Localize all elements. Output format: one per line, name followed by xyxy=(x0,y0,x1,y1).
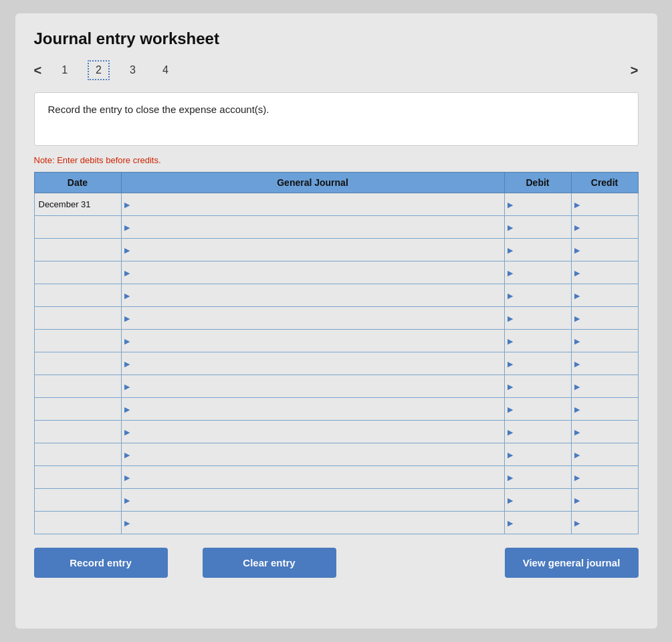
journal-input-1[interactable] xyxy=(122,223,504,233)
journal-cell-6[interactable]: ▶ xyxy=(121,330,504,352)
journal-input-5[interactable] xyxy=(122,314,504,324)
tab-3[interactable]: 3 xyxy=(123,62,142,79)
journal-input-7[interactable] xyxy=(122,359,504,369)
credit-input-2[interactable] xyxy=(572,245,638,255)
date-cell-0[interactable]: December 31 xyxy=(34,193,121,216)
date-cell-7[interactable] xyxy=(34,352,121,375)
date-cell-10[interactable] xyxy=(34,421,121,443)
date-cell-2[interactable] xyxy=(34,239,121,261)
journal-cell-13[interactable]: ▶ xyxy=(121,489,504,512)
debit-input-14[interactable] xyxy=(505,518,571,528)
journal-input-0[interactable] xyxy=(122,200,504,210)
date-cell-4[interactable] xyxy=(34,284,121,307)
date-cell-6[interactable] xyxy=(34,330,121,352)
credit-cell-7[interactable]: ▶ xyxy=(571,352,638,375)
view-general-journal-button[interactable]: View general journal xyxy=(505,548,639,578)
journal-input-13[interactable] xyxy=(122,496,504,506)
credit-cell-10[interactable]: ▶ xyxy=(571,421,638,443)
journal-cell-7[interactable]: ▶ xyxy=(121,352,504,375)
credit-cell-11[interactable]: ▶ xyxy=(571,443,638,466)
credit-cell-0[interactable]: ▶ xyxy=(571,193,638,216)
credit-cell-2[interactable]: ▶ xyxy=(571,239,638,261)
debit-input-3[interactable] xyxy=(505,268,571,278)
debit-cell-2[interactable]: ▶ xyxy=(504,239,571,261)
credit-cell-13[interactable]: ▶ xyxy=(571,489,638,512)
debit-cell-8[interactable]: ▶ xyxy=(504,375,571,398)
tab-2[interactable]: 2 xyxy=(88,60,110,80)
credit-input-1[interactable] xyxy=(572,223,638,233)
credit-input-9[interactable] xyxy=(572,405,638,415)
date-cell-3[interactable] xyxy=(34,261,121,284)
debit-input-12[interactable] xyxy=(505,473,571,483)
date-cell-14[interactable] xyxy=(34,512,121,534)
credit-input-5[interactable] xyxy=(572,314,638,324)
credit-input-6[interactable] xyxy=(572,336,638,346)
journal-cell-0[interactable]: ▶ xyxy=(121,193,504,216)
journal-cell-10[interactable]: ▶ xyxy=(121,421,504,443)
journal-input-2[interactable] xyxy=(122,245,504,255)
clear-entry-button[interactable]: Clear entry xyxy=(203,548,336,578)
debit-cell-4[interactable]: ▶ xyxy=(504,284,571,307)
debit-input-9[interactable] xyxy=(505,405,571,415)
debit-input-6[interactable] xyxy=(505,336,571,346)
debit-cell-13[interactable]: ▶ xyxy=(504,489,571,512)
record-entry-button[interactable]: Record entry xyxy=(34,548,168,578)
prev-arrow[interactable]: < xyxy=(34,63,42,78)
journal-cell-14[interactable]: ▶ xyxy=(121,512,504,534)
journal-cell-8[interactable]: ▶ xyxy=(121,375,504,398)
credit-cell-3[interactable]: ▶ xyxy=(571,261,638,284)
credit-input-4[interactable] xyxy=(572,291,638,301)
credit-input-12[interactable] xyxy=(572,473,638,483)
journal-input-4[interactable] xyxy=(122,291,504,301)
credit-input-11[interactable] xyxy=(572,450,638,460)
credit-cell-9[interactable]: ▶ xyxy=(571,398,638,421)
debit-cell-12[interactable]: ▶ xyxy=(504,466,571,489)
credit-cell-1[interactable]: ▶ xyxy=(571,216,638,239)
debit-cell-6[interactable]: ▶ xyxy=(504,330,571,352)
credit-input-8[interactable] xyxy=(572,382,638,392)
journal-input-11[interactable] xyxy=(122,450,504,460)
date-cell-1[interactable] xyxy=(34,216,121,239)
next-arrow[interactable]: > xyxy=(631,63,639,78)
debit-cell-5[interactable]: ▶ xyxy=(504,307,571,330)
journal-input-10[interactable] xyxy=(122,427,504,437)
journal-input-8[interactable] xyxy=(122,382,504,392)
debit-input-11[interactable] xyxy=(505,450,571,460)
debit-input-1[interactable] xyxy=(505,223,571,233)
journal-cell-4[interactable]: ▶ xyxy=(121,284,504,307)
debit-cell-7[interactable]: ▶ xyxy=(504,352,571,375)
journal-cell-12[interactable]: ▶ xyxy=(121,466,504,489)
debit-cell-3[interactable]: ▶ xyxy=(504,261,571,284)
debit-input-4[interactable] xyxy=(505,291,571,301)
credit-cell-6[interactable]: ▶ xyxy=(571,330,638,352)
journal-input-9[interactable] xyxy=(122,405,504,415)
journal-input-3[interactable] xyxy=(122,268,504,278)
date-cell-13[interactable] xyxy=(34,489,121,512)
debit-input-10[interactable] xyxy=(505,427,571,437)
credit-input-3[interactable] xyxy=(572,268,638,278)
credit-cell-5[interactable]: ▶ xyxy=(571,307,638,330)
credit-cell-4[interactable]: ▶ xyxy=(571,284,638,307)
journal-input-12[interactable] xyxy=(122,473,504,483)
date-cell-9[interactable] xyxy=(34,398,121,421)
credit-cell-12[interactable]: ▶ xyxy=(571,466,638,489)
debit-cell-10[interactable]: ▶ xyxy=(504,421,571,443)
date-cell-5[interactable] xyxy=(34,307,121,330)
journal-cell-5[interactable]: ▶ xyxy=(121,307,504,330)
journal-cell-9[interactable]: ▶ xyxy=(121,398,504,421)
debit-cell-9[interactable]: ▶ xyxy=(504,398,571,421)
debit-cell-14[interactable]: ▶ xyxy=(504,512,571,534)
credit-input-7[interactable] xyxy=(572,359,638,369)
credit-input-14[interactable] xyxy=(572,518,638,528)
date-cell-8[interactable] xyxy=(34,375,121,398)
debit-input-5[interactable] xyxy=(505,314,571,324)
debit-cell-11[interactable]: ▶ xyxy=(504,443,571,466)
debit-input-13[interactable] xyxy=(505,496,571,506)
tab-4[interactable]: 4 xyxy=(156,62,175,79)
credit-cell-8[interactable]: ▶ xyxy=(571,375,638,398)
credit-input-0[interactable] xyxy=(572,200,638,210)
journal-cell-3[interactable]: ▶ xyxy=(121,261,504,284)
debit-input-8[interactable] xyxy=(505,382,571,392)
journal-input-14[interactable] xyxy=(122,518,504,528)
debit-input-2[interactable] xyxy=(505,245,571,255)
